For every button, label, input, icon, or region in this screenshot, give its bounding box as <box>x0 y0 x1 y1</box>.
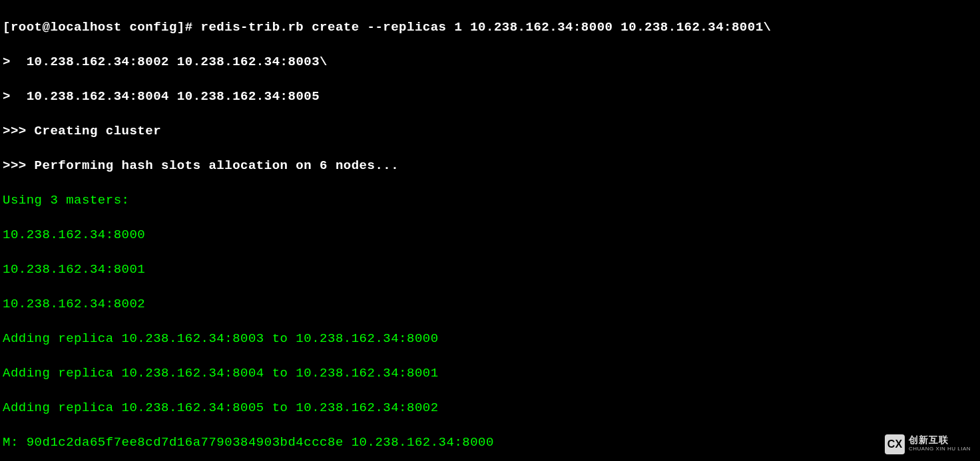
shell-prompt: [root@localhost config]# <box>3 20 201 35</box>
command-line-2: 10.238.162.34:8002 10.238.162.34:8003\ <box>27 55 328 69</box>
adding-replica-2: Adding replica 10.238.162.34:8004 to 10.… <box>3 365 977 382</box>
watermark: CX 创新互联 CHUANG XIN HU LIAN <box>885 434 971 454</box>
master-address-3: 10.238.162.34:8002 <box>3 295 977 313</box>
using-masters-label: Using 3 masters: <box>3 192 977 209</box>
status-performing-allocation: >>> Performing hash slots allocation on … <box>3 157 977 174</box>
node-master-1-id: M: 90d1c2da65f7ee8cd7d16a7790384903bd4cc… <box>3 434 977 451</box>
terminal-output: [root@localhost config]# redis-trib.rb c… <box>0 0 980 461</box>
command-line-3: 10.238.162.34:8004 10.238.162.34:8005 <box>27 89 320 104</box>
adding-replica-3: Adding replica 10.238.162.34:8005 to 10.… <box>3 399 977 416</box>
continuation-prompt: > <box>3 55 27 69</box>
status-creating-cluster: >>> Creating cluster <box>3 122 977 140</box>
master-address-1: 10.238.162.34:8000 <box>3 226 977 243</box>
watermark-cn: 创新互联 <box>909 435 971 444</box>
watermark-text: 创新互联 CHUANG XIN HU LIAN <box>909 435 971 454</box>
master-address-2: 10.238.162.34:8001 <box>3 261 977 278</box>
watermark-pinyin: CHUANG XIN HU LIAN <box>909 444 971 454</box>
adding-replica-1: Adding replica 10.238.162.34:8003 to 10.… <box>3 330 977 347</box>
continuation-prompt: > <box>3 89 27 104</box>
command-line-1: redis-trib.rb create --replicas 1 10.238… <box>201 20 772 35</box>
watermark-logo-icon: CX <box>885 434 905 454</box>
